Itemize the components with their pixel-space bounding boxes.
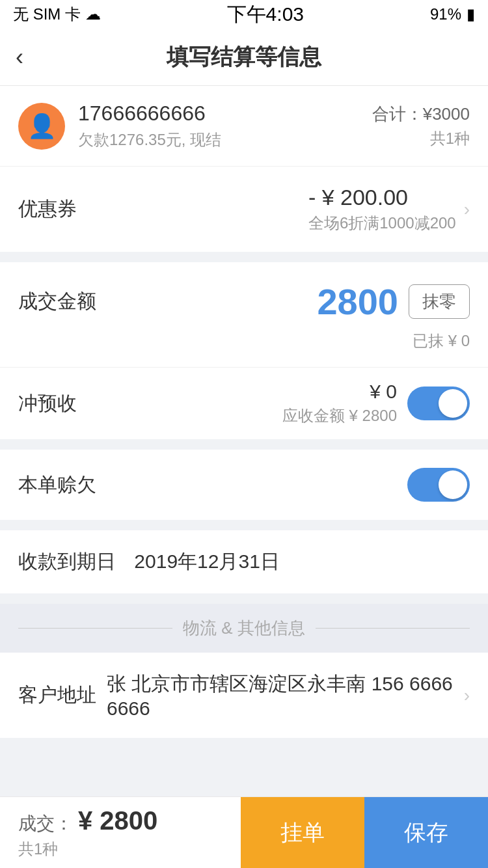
divider-line-left: [18, 628, 172, 629]
due-label: 收款到期日: [18, 550, 116, 572]
customer-row: 👤 17666666666 欠款1276.35元, 现结 合计：¥3000 共1…: [0, 86, 488, 167]
deal-amount: 2800: [317, 280, 398, 323]
total-label: 合计：¥3000: [372, 103, 470, 126]
prepay-row: 冲预收 ¥ 0 应收金额 ¥ 2800: [0, 367, 488, 439]
status-time: 下午4:03: [227, 1, 304, 28]
customer-info: 17666666666 欠款1276.35元, 现结: [78, 102, 221, 150]
coupon-label: 优惠券: [18, 196, 77, 223]
avatar-icon: 👤: [27, 113, 57, 140]
avatar: 👤: [18, 103, 65, 150]
status-right: 91% ▮: [430, 5, 475, 23]
bottom-count: 共1种: [18, 839, 223, 860]
address-content: 张 北京市市辖区海淀区永丰南 156 6666 6666: [107, 671, 454, 720]
coupon-desc: 全场6折满1000减200: [308, 213, 456, 234]
divider-line-right: [316, 628, 470, 629]
battery-icon: ▮: [467, 5, 475, 23]
prepay-label: 冲预收: [18, 390, 77, 417]
bottom-deal-amount: ¥ 2800: [78, 806, 157, 835]
deal-row: 成交金额 2800 抹零: [0, 262, 488, 331]
address-chevron-icon: ›: [464, 685, 470, 706]
customer-card: 👤 17666666666 欠款1276.35元, 现结 合计：¥3000 共1…: [0, 86, 488, 252]
bottom-actions: 挂单 保存: [241, 797, 488, 868]
prepay-amount: ¥ 0: [282, 381, 397, 403]
coupon-right: - ¥ 200.00 全场6折满1000减200 ›: [308, 185, 470, 234]
toggle-knob: [439, 389, 467, 418]
status-left: 无 SIM 卡 ☁: [13, 4, 101, 25]
debt-toggle[interactable]: [407, 468, 470, 502]
customer-debt: 欠款1276.35元, 现结: [78, 129, 221, 150]
prepay-receivable: 应收金额 ¥ 2800: [282, 405, 397, 426]
bottom-deal-text: 成交：¥ 2800: [18, 806, 223, 836]
address-label: 客户地址: [18, 682, 96, 709]
section-divider: 物流 & 其他信息: [0, 604, 488, 653]
debt-section: 本单赊欠: [0, 450, 488, 520]
save-button[interactable]: 保存: [364, 797, 488, 868]
round-button[interactable]: 抹零: [409, 284, 470, 319]
prepay-toggle[interactable]: [407, 387, 470, 420]
divider-text: 物流 & 其他信息: [183, 617, 305, 640]
prepay-right: ¥ 0 应收金额 ¥ 2800: [282, 381, 470, 426]
customer-left: 👤 17666666666 欠款1276.35元, 现结: [18, 102, 221, 150]
hang-button[interactable]: 挂单: [241, 797, 364, 868]
bottom-deal-label: 成交：: [18, 813, 73, 834]
customer-total: 合计：¥3000 共1种: [372, 103, 470, 149]
page-title: 填写结算等信息: [167, 42, 321, 72]
deal-sub: 已抹 ¥ 0: [0, 331, 488, 367]
deal-right: 2800 抹零: [317, 280, 470, 323]
debt-label: 本单赊欠: [18, 472, 96, 498]
bottom-info: 成交：¥ 2800 共1种: [0, 806, 241, 860]
customer-phone: 17666666666: [78, 102, 221, 126]
coupon-chevron-icon: ›: [464, 199, 470, 220]
due-date-row: 收款到期日 2019年12月31日: [0, 530, 488, 593]
deal-label: 成交金额: [18, 288, 96, 315]
due-date: 2019年12月31日: [134, 550, 279, 572]
coupon-row[interactable]: 优惠券 - ¥ 200.00 全场6折满1000减200 ›: [0, 167, 488, 252]
address-row[interactable]: 客户地址 张 北京市市辖区海淀区永丰南 156 6666 6666 ›: [0, 653, 488, 738]
sim-status: 无 SIM 卡 ☁: [13, 4, 101, 25]
status-bar: 无 SIM 卡 ☁ 下午4:03 91% ▮: [0, 0, 488, 29]
back-button[interactable]: ‹: [16, 44, 23, 71]
total-count: 共1种: [372, 128, 470, 149]
coupon-discount: - ¥ 200.00: [308, 185, 456, 210]
deal-section: 成交金额 2800 抹零 已抹 ¥ 0 冲预收 ¥ 0 应收金额 ¥ 2800: [0, 262, 488, 439]
battery-level: 91%: [430, 5, 461, 23]
bottom-bar: 成交：¥ 2800 共1种 挂单 保存: [0, 796, 488, 868]
nav-bar: ‹ 填写结算等信息: [0, 29, 488, 86]
prepay-values: ¥ 0 应收金额 ¥ 2800: [282, 381, 397, 426]
content: 👤 17666666666 欠款1276.35元, 现结 合计：¥3000 共1…: [0, 86, 488, 868]
debt-toggle-knob: [439, 470, 467, 499]
